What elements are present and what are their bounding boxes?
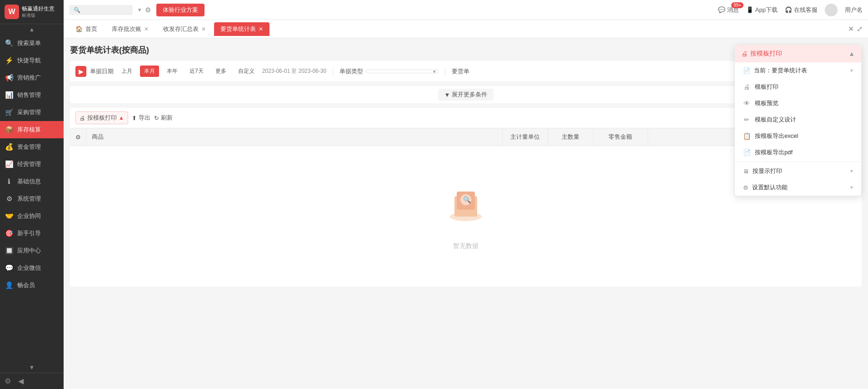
sidebar-item-basicinfo[interactable]: ℹ 基础信息: [0, 173, 64, 190]
online-service-button[interactable]: 🎧 在线客服: [785, 6, 818, 14]
sidebar-item-corp[interactable]: 🤝 企业协同: [0, 207, 64, 225]
dropdown-template-preview[interactable]: 👁 模板预览: [735, 95, 861, 111]
sidebar-item-label: 企业协同: [17, 212, 59, 220]
th-qty: 主数量: [548, 128, 594, 146]
message-button[interactable]: 💬 消息 99+: [718, 6, 739, 14]
dropdown-default-function[interactable]: ⚙ 设置默认功能 ▾: [735, 179, 861, 196]
template-print-label: 模板打印: [755, 83, 853, 91]
display-print-arrow: ▾: [850, 168, 853, 174]
page-content: 要货单统计表(按商品) ▶ 单据日期 上月 本月 本年 近7天 更多 自定义 2…: [64, 38, 868, 389]
sidebar-item-inventory[interactable]: 📦 库存核算: [0, 121, 64, 138]
date-btn-this-month[interactable]: 本月: [140, 66, 159, 77]
sidebar-item-system[interactable]: ⚙ 系统管理: [0, 190, 64, 207]
date-range-display: 2023-06-01 至 2023-06-30: [262, 67, 326, 75]
dropdown-current-template[interactable]: 📄 当前：要货单统计表 ▾: [735, 62, 861, 79]
sidebar-item-label: 资金管理: [17, 143, 59, 151]
dropdown-collapse-icon[interactable]: ▲: [848, 50, 855, 57]
tab-receive-summary[interactable]: 收发存汇总表 ✕: [157, 22, 212, 36]
dropdown-header: 🖨 按模板打印 ▲: [735, 45, 861, 62]
tab-inventory-batch[interactable]: 库存批次账 ✕: [105, 22, 155, 36]
sidebar-item-label: 企业微信: [17, 264, 59, 272]
dropdown-export-excel[interactable]: 📋 按模板导出excel: [735, 128, 861, 144]
bill-type-select[interactable]: [366, 70, 439, 73]
template-icon: 📄: [743, 67, 750, 74]
tabs-close-button[interactable]: ✕: [848, 25, 854, 33]
export-button[interactable]: ⬆ 导出: [132, 114, 150, 122]
sidebar-item-label: 销售管理: [17, 91, 59, 99]
user-avatar[interactable]: [825, 4, 838, 16]
sidebar-scroll-down[interactable]: ▼: [0, 362, 64, 373]
dropdown-template-print[interactable]: 🖨 模板打印: [735, 79, 861, 95]
goods-filter-label: 要货单: [452, 67, 469, 76]
sidebar-item-member[interactable]: 👤 畅会员: [0, 277, 64, 294]
message-icon: 💬: [718, 6, 725, 13]
tab-home[interactable]: 🏠 首页: [69, 22, 104, 36]
sidebar-item-purchase[interactable]: 🛒 采购管理: [0, 104, 64, 121]
print-icon: 🖨: [80, 115, 85, 121]
sidebar-item-operation[interactable]: 📈 经营管理: [0, 156, 64, 173]
print-dropdown-menu: 🖨 按模板打印 ▲ 📄 当前：要货单统计表 ▾ 🖨 模板打印: [734, 45, 862, 196]
member-icon: 👤: [5, 281, 14, 289]
sidebar-item-label: 营销推广: [17, 74, 59, 82]
tabs-maximize-button[interactable]: ⤢: [857, 25, 863, 33]
dropdown-export-pdf[interactable]: 📄 按模板导出pdf: [735, 144, 861, 161]
refresh-button[interactable]: ↻ 刷新: [154, 114, 173, 122]
current-template-arrow: ▾: [850, 67, 853, 74]
date-btn-custom[interactable]: 自定义: [234, 66, 259, 77]
finance-icon: 💰: [5, 143, 14, 151]
tabs-right-controls: ✕ ⤢: [848, 25, 863, 33]
date-btn-more[interactable]: 更多: [211, 66, 230, 77]
purchase-icon: 🛒: [5, 108, 14, 116]
sidebar-item-finance[interactable]: 💰 资金管理: [0, 138, 64, 156]
dropdown-template-design[interactable]: ✏ 模板自定义设计: [735, 111, 861, 128]
sidebar-item-guide[interactable]: 🎯 新手引导: [0, 225, 64, 242]
template-design-icon: ✏: [743, 116, 750, 123]
topbar-search-box[interactable]: 🔍: [69, 5, 133, 15]
username-label[interactable]: 用户名: [845, 6, 863, 14]
dropdown-display-print[interactable]: 🖥 按显示打印 ▾: [735, 163, 861, 179]
app-download-label: App下载: [755, 6, 778, 14]
empty-text: 暂无数据: [453, 242, 479, 250]
topbar-settings-icon[interactable]: ⚙: [145, 6, 151, 14]
expand-filter-icon: ▼: [444, 91, 450, 98]
th-settings[interactable]: ⚙: [70, 129, 86, 145]
collapse-icon[interactable]: ◀: [18, 377, 24, 385]
trial-industry-button[interactable]: 体验行业方案: [156, 4, 205, 16]
sidebar-item-appcenter[interactable]: 🔲 应用中心: [0, 242, 64, 259]
app-version: 标准版: [22, 12, 55, 19]
refresh-label: 刷新: [161, 114, 173, 122]
corp-icon: 🤝: [5, 212, 14, 220]
topbar-search-icon: 🔍: [74, 7, 80, 13]
date-btn-this-year[interactable]: 本年: [163, 66, 182, 77]
topbar-dropdown-arrow[interactable]: ▾: [138, 6, 141, 13]
date-btn-last-7days[interactable]: 近7天: [185, 66, 208, 77]
system-icon: ⚙: [5, 195, 14, 203]
tab-inventory-batch-close[interactable]: ✕: [144, 26, 149, 32]
date-btn-last-month[interactable]: 上月: [117, 66, 136, 77]
tab-order-stats[interactable]: 要货单统计表 ✕: [214, 22, 269, 36]
settings-icon[interactable]: ⚙: [5, 377, 11, 385]
sidebar-item-search[interactable]: 🔍 搜索菜单: [0, 35, 64, 52]
sidebar-scroll-up[interactable]: ▲: [0, 24, 64, 35]
online-service-label: 在线客服: [794, 6, 818, 14]
tabs-bar: 🏠 首页 库存批次账 ✕ 收发存汇总表 ✕ 要货单统计表 ✕ ✕ ⤢: [64, 20, 868, 38]
current-template-label: 当前：要货单统计表: [754, 66, 807, 75]
refresh-icon: ↻: [154, 115, 159, 121]
expand-filter-button[interactable]: ▼ 展开更多条件: [438, 89, 494, 101]
filter-toggle-button[interactable]: ▶: [75, 66, 86, 77]
export-excel-label: 按模板导出excel: [755, 132, 853, 140]
sidebar-item-label: 搜索菜单: [17, 39, 59, 47]
sidebar-item-sales[interactable]: 📊 销售管理: [0, 86, 64, 104]
tab-receive-summary-close[interactable]: ✕: [201, 26, 206, 32]
sidebar-item-wxwork[interactable]: 💬 企业微信: [0, 259, 64, 277]
sidebar-item-marketing[interactable]: 📢 营销推广: [0, 69, 64, 86]
tab-order-stats-close[interactable]: ✕: [259, 26, 263, 32]
print-template-button[interactable]: 🖨 按模板打印 ▲: [75, 111, 128, 124]
tab-order-stats-label: 要货单统计表: [220, 25, 256, 33]
dropdown-divider-1: [735, 162, 861, 162]
sidebar-item-shortcut[interactable]: ⚡ 快捷导航: [0, 52, 64, 69]
filter-divider-2: [445, 67, 445, 76]
app-download-button[interactable]: 📱 App下载: [746, 6, 778, 14]
th-amount: 零售金额: [594, 128, 648, 146]
export-excel-icon: 📋: [743, 132, 750, 140]
